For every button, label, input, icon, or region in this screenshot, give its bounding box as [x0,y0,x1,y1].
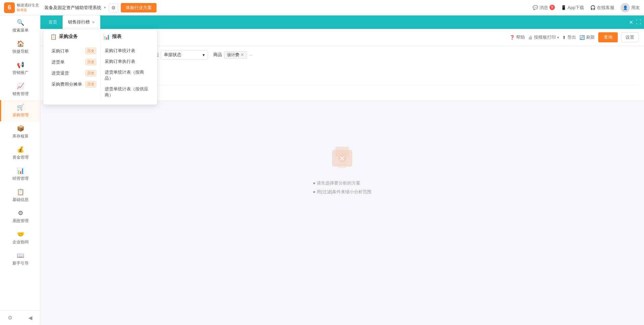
dropdown-item-purchase-order-exec[interactable]: 采购订单执行表 [103,56,151,67]
dropdown-item-purchase-order[interactable]: 采购订单 历史 [50,45,98,56]
history-tag: 历史 [85,48,96,54]
dropdown-item-receipt-stat-supplier[interactable]: 进货单统计表（按供应商） [103,84,151,100]
history-tag: 历史 [85,81,96,87]
dropdown-report-col: 📊 报表 采购订单统计表 采购订单执行表 进货单统计表（按商品） 进货单统计表（… [101,33,153,100]
dropdown-item-label: 进货退货 [51,70,69,76]
dropdown-item-label: 采购订单执行表 [105,58,135,65]
dropdown-item-purchase-order-stat[interactable]: 采购订单统计表 [103,45,151,56]
dropdown-item-label: 进货单 [51,59,65,65]
dropdown-item-receipt-stat-goods[interactable]: 进货单统计表（按商品） [103,67,151,84]
dropdown-purchase-header: 📋 采购业务 [50,33,98,42]
dropdown-item-label: 采购订单统计表 [105,48,135,54]
dropdown-item-label: 进货单统计表（按商品） [105,69,149,81]
dropdown-report-icon: 📊 [103,33,110,40]
dropdown-purchase-col: 📋 采购业务 采购订单 历史 进货单 历史 进货退货 历史 采购费用分摊单 历史 [47,33,101,100]
history-tag: 历史 [85,59,96,65]
dropdown-purchase-title: 采购业务 [59,34,78,40]
dropdown-item-label: 进货单统计表（按供应商） [105,86,149,98]
dropdown-report-title: 报表 [112,34,121,40]
dropdown-item-purchase-expense[interactable]: 采购费用分摊单 历史 [50,79,98,90]
dropdown-item-purchase-receipt[interactable]: 进货单 历史 [50,56,98,68]
dropdown-item-label: 采购费用分摊单 [51,81,82,87]
dropdown-item-label: 采购订单 [51,48,69,54]
dropdown-item-purchase-return[interactable]: 进货退货 历史 [50,68,98,79]
dropdown-menu: 📋 采购业务 采购订单 历史 进货单 历史 进货退货 历史 采购费用分摊单 历史… [43,29,157,105]
dropdown-report-header: 📊 报表 [103,33,151,42]
history-tag: 历史 [85,70,96,76]
dropdown-purchase-icon: 📋 [50,33,57,40]
